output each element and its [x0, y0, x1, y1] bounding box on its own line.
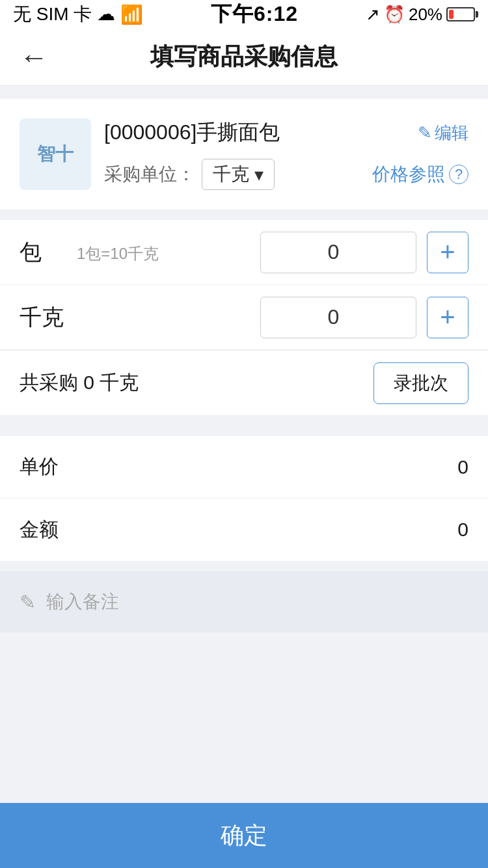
bottom-spacer [0, 632, 488, 711]
price-row-unit: 单价 0 [0, 436, 488, 498]
edit-label: 编辑 [435, 122, 468, 144]
batch-button[interactable]: 录批次 [373, 362, 468, 404]
product-info: [0000006]手撕面包 ✎ 编辑 采购单位： 千克 ▾ 价格参照 ? [104, 118, 468, 190]
edit-button[interactable]: ✎ 编辑 [418, 122, 468, 144]
unit-value: 千克 [213, 162, 249, 187]
notes-section[interactable]: ✎ 输入备注 [0, 571, 488, 632]
notes-placeholder: 输入备注 [46, 590, 119, 614]
battery-percent: 20% [409, 5, 442, 25]
price-ref-button[interactable]: 价格参照 ? [372, 162, 468, 187]
section-divider-1 [0, 210, 488, 220]
alarm-icon: ⏰ [384, 5, 405, 25]
page-title: 填写商品采购信息 [150, 41, 338, 73]
qty-input-kg[interactable] [260, 297, 416, 338]
quantity-row-bao: 包 1包=10千克 + [0, 220, 488, 285]
price-ref-label: 价格参照 [372, 162, 445, 187]
nav-bar: ← 填写商品采购信息 [0, 29, 488, 86]
main-content: 智十 [0000006]手撕面包 ✎ 编辑 采购单位： 千克 ▾ [0, 99, 488, 816]
product-unit-row: 采购单位： 千克 ▾ 价格参照 ? [104, 159, 468, 190]
total-label: 共采购 0 千克 [20, 370, 139, 396]
pencil-icon: ✎ [20, 591, 36, 614]
product-image: 智十 [20, 118, 91, 190]
sim-label: 无 SIM 卡 ☁ [13, 2, 115, 27]
product-image-text: 智十 [37, 142, 74, 167]
unit-dropdown[interactable]: 千克 ▾ [202, 159, 275, 190]
status-left: 无 SIM 卡 ☁ 📶 [13, 2, 143, 27]
price-row-total: 金额 0 [0, 498, 488, 561]
price-ref-help-icon: ? [449, 165, 468, 184]
price-unit-label: 单价 [20, 454, 59, 480]
section-divider-2 [0, 415, 488, 426]
edit-icon: ✎ [418, 123, 432, 143]
location-icon: ↗ [366, 5, 380, 25]
qty-input-wrap-1: + [72, 297, 468, 338]
status-right: ↗ ⏰ 20% [366, 5, 475, 25]
qty-label-1: 千克 [20, 303, 72, 332]
dropdown-arrow-icon: ▾ [254, 164, 264, 185]
quantity-section: 包 1包=10千克 + 千克 + 共采购 0 千克 录批次 [0, 220, 488, 415]
qty-plus-bao[interactable]: + [427, 232, 468, 273]
status-time: 下午6:12 [211, 0, 298, 29]
quantity-row-kg: 千克 + [0, 285, 488, 350]
total-section: 共采购 0 千克 录批次 [0, 350, 488, 415]
qty-sublabel-0: 1包=10千克 [77, 243, 159, 264]
qty-label-0: 包 [20, 237, 72, 267]
price-amount-value: 0 [457, 519, 468, 541]
confirm-button[interactable]: 确定 [0, 803, 488, 868]
product-card: 智十 [0000006]手撕面包 ✎ 编辑 采购单位： 千克 ▾ [0, 99, 488, 210]
confirm-label: 确定 [221, 820, 267, 852]
product-name: [0000006]手撕面包 [104, 118, 280, 147]
wifi-icon: 📶 [120, 4, 143, 25]
product-name-row: [0000006]手撕面包 ✎ 编辑 [104, 118, 468, 147]
battery-icon [446, 7, 475, 21]
unit-prefix: 采购单位： [104, 162, 195, 187]
back-button[interactable]: ← [20, 43, 48, 72]
price-unit-value: 0 [457, 456, 468, 478]
qty-plus-kg[interactable]: + [427, 297, 468, 338]
price-amount-label: 金额 [20, 517, 59, 543]
price-section: 单价 0 金额 0 [0, 436, 488, 561]
unit-selector: 采购单位： 千克 ▾ [104, 159, 275, 190]
qty-input-bao[interactable] [260, 232, 416, 273]
status-bar: 无 SIM 卡 ☁ 📶 下午6:12 ↗ ⏰ 20% [0, 0, 488, 29]
qty-input-wrap-0: + [159, 232, 468, 273]
